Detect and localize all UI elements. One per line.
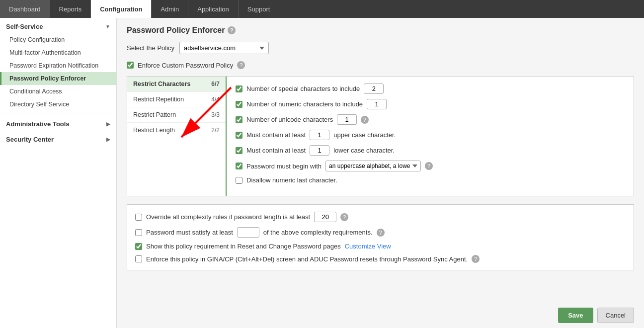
rule-numeric-chars-label: Number of numeric characters to include: [246, 100, 363, 108]
save-button[interactable]: Save: [558, 308, 593, 323]
footer-buttons: Save Cancel: [548, 303, 644, 328]
rule-unicode-chars-checkbox[interactable]: [236, 116, 242, 123]
rule-disallow-numeric-last: Disallow numeric last character.: [236, 176, 625, 184]
restriction-restrict-rep[interactable]: Restrict Repetition 4/4: [127, 92, 226, 107]
tab-configuration[interactable]: Configuration: [91, 0, 152, 18]
rule-uppercase-label-after: upper case character.: [333, 131, 396, 139]
policy-select-label: Select the Policy: [127, 44, 174, 52]
bottom-option-override: Override all complexity rules if passwor…: [135, 212, 626, 222]
sidebar-section-self-service-label: Self-Service: [6, 23, 43, 30]
enforce-help-icon[interactable]: ?: [237, 61, 245, 69]
override-complexity-label: Override all complexity rules if passwor…: [146, 213, 310, 221]
override-complexity-checkbox[interactable]: [135, 214, 142, 221]
enforce-label: Enforce Custom Password Policy: [138, 62, 233, 69]
enforce-checkbox[interactable]: [127, 62, 134, 69]
rule-begin-with: Password must begin with an uppercase al…: [236, 161, 625, 171]
sidebar-section-admin-tools[interactable]: Administrative Tools ▶: [0, 115, 116, 131]
rule-uppercase-checkbox[interactable]: [236, 132, 242, 139]
sidebar-section-security-center[interactable]: Security Center ▶: [0, 131, 116, 146]
sidebar: Self-Service ▼ Policy Configuration Mult…: [0, 18, 117, 328]
restriction-restrict-length[interactable]: Restrict Length 2/2: [127, 123, 226, 138]
rule-numeric-chars: Number of numeric characters to include: [236, 99, 625, 109]
satisfy-at-least-label-before: Password must satisfy at least: [146, 229, 233, 236]
sidebar-item-mfa[interactable]: Multi-factor Authentication: [0, 46, 116, 59]
rule-numeric-chars-checkbox[interactable]: [236, 101, 242, 108]
top-nav: Dashboard Reports Configuration Admin Ap…: [0, 0, 644, 18]
sidebar-item-pwd-policy[interactable]: Password Policy Enforcer: [0, 72, 116, 85]
rule-uppercase-input[interactable]: [310, 130, 329, 140]
begin-with-help-icon[interactable]: ?: [425, 162, 433, 170]
rule-special-chars-input[interactable]: [364, 83, 384, 94]
rule-begin-with-label: Password must begin with: [246, 163, 322, 170]
rule-lowercase: Must contain at least lower case charact…: [236, 145, 625, 156]
cancel-button[interactable]: Cancel: [597, 308, 634, 323]
tab-application[interactable]: Application: [188, 0, 239, 18]
show-policy-checkbox[interactable]: [135, 243, 142, 250]
restriction-restrict-pattern-label: Restrict Pattern: [133, 111, 176, 118]
chevron-right-icon-2: ▶: [106, 137, 110, 142]
restrictions-right-panel: Number of special characters to include …: [227, 77, 634, 196]
restriction-restrict-pattern[interactable]: Restrict Pattern 3/3: [127, 107, 226, 123]
page-title: Password Policy Enforcer: [127, 26, 225, 35]
policy-select-row: Select the Policy adselfservice.com: [127, 42, 634, 54]
satisfy-at-least-input[interactable]: [237, 227, 259, 238]
rule-disallow-numeric-last-label: Disallow numeric last character.: [246, 176, 337, 184]
sidebar-divider-1: [0, 113, 116, 113]
unicode-help-icon[interactable]: ?: [361, 116, 369, 124]
restrictions-container: Restrict Characters 6/7 Restrict Repetit…: [127, 76, 634, 196]
restrictions-left-panel: Restrict Characters 6/7 Restrict Repetit…: [127, 77, 227, 196]
enforce-gina-help-icon[interactable]: ?: [472, 255, 480, 263]
override-complexity-input[interactable]: [314, 212, 336, 222]
rule-lowercase-label-after: lower case character.: [333, 147, 395, 154]
rule-disallow-numeric-last-checkbox[interactable]: [236, 177, 242, 184]
main-layout: Self-Service ▼ Policy Configuration Mult…: [0, 18, 644, 328]
bottom-option-show-policy: Show this policy requirement in Reset an…: [135, 243, 626, 250]
rule-unicode-chars: Number of unicode characters ?: [236, 114, 625, 125]
rule-lowercase-checkbox[interactable]: [236, 147, 242, 154]
restriction-restrict-chars[interactable]: Restrict Characters 6/7: [127, 77, 226, 92]
rule-uppercase-label-before: Must contain at least: [246, 131, 306, 139]
policy-select-dropdown[interactable]: adselfservice.com: [179, 42, 269, 54]
bottom-option-satisfy: Password must satisfy at least of the ab…: [135, 227, 626, 238]
page-title-help-icon[interactable]: ?: [228, 26, 236, 34]
enforce-gina-label: Enforce this policy in GINA/CP (Ctrl+Alt…: [146, 255, 468, 263]
rule-lowercase-input[interactable]: [310, 145, 329, 156]
chevron-right-icon: ▶: [106, 121, 110, 127]
bottom-option-enforce-gina: Enforce this policy in GINA/CP (Ctrl+Alt…: [135, 255, 626, 263]
restriction-restrict-chars-score: 6/7: [211, 81, 220, 87]
rule-special-chars-checkbox[interactable]: [236, 85, 242, 92]
rule-begin-with-checkbox[interactable]: [236, 163, 242, 169]
restriction-restrict-rep-label: Restrict Repetition: [133, 96, 184, 103]
rule-unicode-chars-label: Number of unicode characters: [246, 116, 333, 123]
restriction-restrict-length-score: 2/2: [211, 127, 220, 134]
rule-numeric-chars-input[interactable]: [367, 99, 387, 109]
rule-uppercase: Must contain at least upper case charact…: [236, 130, 625, 140]
sidebar-item-conditional[interactable]: Conditional Access: [0, 85, 116, 98]
tab-dashboard[interactable]: Dashboard: [0, 0, 50, 18]
sidebar-section-security-center-label: Security Center: [6, 136, 54, 143]
customize-view-link[interactable]: Customize View: [345, 243, 391, 250]
page-title-row: Password Policy Enforcer ?: [127, 26, 634, 35]
rule-unicode-chars-input[interactable]: [337, 114, 357, 125]
sidebar-item-dir-self[interactable]: Directory Self Service: [0, 98, 116, 111]
rule-begin-with-dropdown[interactable]: an uppercase alphabet, a lowe: [325, 161, 421, 171]
rule-special-chars: Number of special characters to include: [236, 83, 625, 94]
sidebar-item-pwd-expiry[interactable]: Password Expiration Notification: [0, 59, 116, 72]
satisfy-at-least-checkbox[interactable]: [135, 229, 142, 236]
rule-special-chars-label: Number of special characters to include: [246, 85, 360, 92]
enforce-gina-checkbox[interactable]: [135, 255, 142, 262]
enforce-row: Enforce Custom Password Policy ?: [127, 61, 634, 69]
tab-support[interactable]: Support: [239, 0, 280, 18]
sidebar-section-self-service[interactable]: Self-Service ▼: [0, 18, 116, 33]
restriction-restrict-chars-label: Restrict Characters: [133, 81, 190, 87]
override-complexity-help-icon[interactable]: ?: [340, 213, 348, 221]
tab-reports[interactable]: Reports: [50, 0, 91, 18]
show-policy-label: Show this policy requirement in Reset an…: [146, 243, 341, 250]
bottom-options-panel: Override all complexity rules if passwor…: [127, 204, 634, 270]
chevron-down-icon: ▼: [105, 24, 110, 29]
rule-lowercase-label-before: Must contain at least: [246, 147, 306, 154]
tab-admin[interactable]: Admin: [152, 0, 188, 18]
content-area: Password Policy Enforcer ? Select the Po…: [117, 18, 644, 328]
sidebar-item-policy-config[interactable]: Policy Configuration: [0, 33, 116, 46]
satisfy-help-icon[interactable]: ?: [377, 229, 385, 237]
